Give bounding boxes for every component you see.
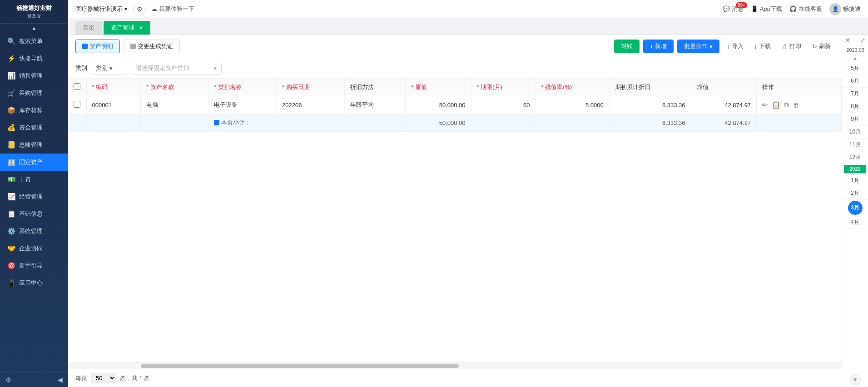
tab-home[interactable]: 首页 <box>75 21 102 35</box>
per-page-select[interactable]: 50 100 200 <box>91 373 116 383</box>
import-icon: ↑ <box>727 43 730 50</box>
message-btn[interactable]: 💬 消息 99+ <box>723 5 744 13</box>
category-type-select[interactable]: 类别 ▾ <box>91 62 127 74</box>
tab-home-label: 首页 <box>83 24 94 31</box>
new-button[interactable]: + 新增 <box>643 40 674 53</box>
sidebar-icon-fund: 💰 <box>7 124 15 132</box>
month-panel-bottom-btn[interactable]: ▼ <box>850 374 861 385</box>
tab-asset-management-label: 资产管理 <box>111 24 134 31</box>
col-depreciation-method: 折旧方法 <box>344 79 405 96</box>
content-area: 资产明细 变更生成凭证 对账 + 新增 批量操作 ▾ ↑ 导入 <box>68 35 868 387</box>
user-name: 畅捷通 <box>843 5 861 13</box>
sidebar-item-fund[interactable]: 💰资金管理 <box>0 119 68 136</box>
col-purchase-date: * 购买日期 <box>276 79 344 96</box>
filter-bar: 类别 类别 ▾ 请选择固定资产类别 ▾ <box>68 58 842 79</box>
month-item[interactable]: 3月 <box>848 201 863 215</box>
company-selector[interactable]: 医疗器械行业演示 ▾ <box>75 5 128 13</box>
subtotal-accumulated-depreciation: 6,333.36 <box>609 114 691 132</box>
sidebar-item-basic-info[interactable]: 📋基础信息 <box>0 205 68 223</box>
sidebar-collapse-icon[interactable]: ◀ <box>58 376 63 383</box>
app-download-btn[interactable]: 📱 App下载 <box>751 5 782 13</box>
sidebar-item-guide[interactable]: 🎯新手引导 <box>0 257 68 274</box>
import-label: 导入 <box>732 42 744 50</box>
more-icon[interactable]: ⧉ <box>784 101 789 109</box>
month-item[interactable]: 8月 <box>842 100 868 113</box>
edit-icon[interactable]: ✏ <box>762 101 768 109</box>
download-button[interactable]: ↓ 下载 <box>751 40 775 53</box>
print-icon: 🖨 <box>782 43 788 50</box>
batch-ops-label: 批量操作 <box>684 42 708 50</box>
topbar-settings-icon[interactable]: ⚙ <box>133 3 146 15</box>
tab-close-icon[interactable]: ✕ <box>139 25 143 30</box>
customer-service-label: 在线客服 <box>799 5 822 13</box>
batch-ops-button[interactable]: 批量操作 ▾ <box>677 40 719 53</box>
month-item[interactable]: 1月 <box>842 174 868 187</box>
sidebar-icon-ledger: 📒 <box>7 141 15 149</box>
sidebar-item-app-center[interactable]: 📱应用中心 <box>0 274 68 292</box>
sidebar-icon-app-center: 📱 <box>7 279 15 287</box>
sidebar-item-payroll[interactable]: 💵工资 <box>0 171 68 188</box>
topbar-experience[interactable]: ☁ 我要体验一下 <box>151 5 194 13</box>
month-item[interactable]: 6月 <box>842 75 868 88</box>
month-item[interactable]: 7月 <box>842 88 868 100</box>
tab-change-voucher[interactable]: 变更生成凭证 <box>124 40 180 53</box>
sidebar-item-operations[interactable]: 📈经营管理 <box>0 188 68 205</box>
subtotal-ops <box>757 114 842 132</box>
experience-label: 我要体验一下 <box>159 5 194 13</box>
sidebar-bottom: ⚙ ◀ <box>0 372 68 387</box>
refresh-icon: ↻ <box>812 43 817 50</box>
row-name: 电脑 <box>140 96 208 114</box>
message-icon: 💬 <box>723 5 730 12</box>
sidebar-item-enterprise[interactable]: 🤝企业协同 <box>0 240 68 257</box>
sidebar-item-system[interactable]: ⚙️系统管理 <box>0 223 68 240</box>
row-net-value: 42,874.97 <box>691 96 757 114</box>
month-item[interactable]: 5月 <box>842 62 868 75</box>
sidebar-item-ledger[interactable]: 📒总账管理 <box>0 136 68 154</box>
tab-asset-detail[interactable]: 资产明细 <box>75 40 120 53</box>
month-panel-close-icon[interactable]: ✕ <box>845 37 850 44</box>
month-panel-expand-icon[interactable]: ⤢ <box>860 37 865 44</box>
month-item[interactable]: 11月 <box>842 139 868 151</box>
month-panel-scroll-up[interactable]: ▲ <box>842 54 868 62</box>
sidebar-icon-basic-info: 📋 <box>7 210 15 218</box>
delete-icon[interactable]: 🗑 <box>793 101 799 109</box>
sidebar-label-purchase: 采购管理 <box>19 89 43 97</box>
sidebar-scroll-up[interactable]: ▲ <box>0 24 68 33</box>
month-item[interactable]: 12月 <box>842 151 868 164</box>
import-button[interactable]: ↑ 导入 <box>723 40 747 53</box>
col-checkbox <box>68 79 86 96</box>
scrollbar-thumb[interactable] <box>141 364 459 368</box>
sidebar-item-search[interactable]: 🔍搜索菜单 <box>0 33 68 50</box>
reconcile-button[interactable]: 对账 <box>614 40 640 53</box>
sidebar-item-inventory[interactable]: 📦库存核算 <box>0 102 68 119</box>
print-button[interactable]: 🖨 打印 <box>778 40 805 53</box>
col-residual-rate-star: * <box>541 84 546 90</box>
sidebar-item-quick-nav[interactable]: ⚡快捷导航 <box>0 50 68 67</box>
row-checkbox[interactable] <box>74 101 80 108</box>
company-name: 医疗器械行业演示 <box>75 5 123 13</box>
customer-service-btn[interactable]: 🎧 在线客服 <box>789 5 822 13</box>
sidebar-item-purchase[interactable]: 🛒采购管理 <box>0 84 68 102</box>
col-code-star: * <box>92 84 96 90</box>
sidebar-label-quick-nav: 快捷导航 <box>19 55 43 63</box>
month-item[interactable]: 10月 <box>842 126 868 139</box>
col-period: * 期限(月) <box>471 79 536 96</box>
batch-ops-dropdown-icon: ▾ <box>709 43 713 50</box>
refresh-button[interactable]: ↻ 刷新 <box>808 40 834 53</box>
cloud-icon: ☁ <box>151 5 157 12</box>
copy-icon[interactable]: 📋 <box>772 101 780 109</box>
sidebar-settings-icon[interactable]: ⚙ <box>5 376 11 383</box>
tab-asset-management[interactable]: 资产管理 ✕ <box>104 21 150 35</box>
horizontal-scrollbar[interactable] <box>68 362 842 369</box>
user-menu[interactable]: 👤 畅捷通 <box>829 3 861 15</box>
sidebar-item-fixed-assets[interactable]: 🏢固定资产 <box>0 154 68 171</box>
sidebar-item-sales[interactable]: 📊销售管理 <box>0 67 68 84</box>
month-item[interactable]: 4月 <box>842 216 868 229</box>
month-item[interactable]: 9月 <box>842 113 868 126</box>
month-item[interactable]: 2月 <box>842 187 868 200</box>
select-all-checkbox[interactable] <box>74 83 80 90</box>
sidebar-label-ledger: 总账管理 <box>19 141 43 149</box>
sidebar-label-sales: 销售管理 <box>19 72 43 80</box>
category-dropdown[interactable]: 请选择固定资产类别 ▾ <box>131 62 222 74</box>
sidebar-label-guide: 新手引导 <box>19 262 43 270</box>
